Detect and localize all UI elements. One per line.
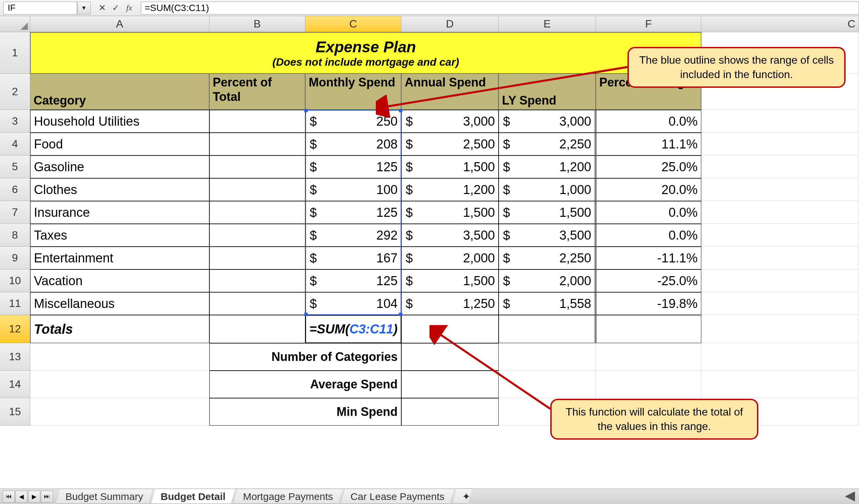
cell-d14[interactable] xyxy=(401,371,499,398)
cell-a10[interactable]: Vacation xyxy=(30,269,209,292)
cell-b4[interactable] xyxy=(209,133,305,156)
row-header-6[interactable]: 6 xyxy=(0,178,30,201)
cell-f12[interactable] xyxy=(596,315,701,343)
header-annual[interactable]: Annual Spend xyxy=(401,74,499,110)
cell-d4[interactable]: $2,500 xyxy=(401,133,499,156)
cell-e14[interactable] xyxy=(499,371,596,398)
cancel-icon[interactable]: ✕ xyxy=(97,2,108,14)
row-header-7[interactable]: 7 xyxy=(0,201,30,224)
cell-d5[interactable]: $1,500 xyxy=(401,156,499,178)
num-categories-label[interactable]: Number of Categories xyxy=(209,343,401,371)
row-header-12[interactable]: 12 xyxy=(0,315,30,343)
hscroll-left-icon[interactable] xyxy=(845,492,855,502)
col-header-f[interactable]: F xyxy=(596,16,701,32)
tab-nav-prev[interactable]: ◀ xyxy=(15,491,28,503)
tab-budget-summary[interactable]: Budget Summary xyxy=(56,489,153,504)
row-header-13[interactable]: 13 xyxy=(0,343,30,371)
cell-g12[interactable] xyxy=(701,315,859,343)
cell-d12[interactable] xyxy=(401,315,499,343)
cell-g14[interactable] xyxy=(701,371,859,398)
cell-g5[interactable] xyxy=(701,156,859,178)
cell-c8[interactable]: $292 xyxy=(305,224,401,247)
row-header-3[interactable]: 3 xyxy=(0,110,30,133)
cell-g10[interactable] xyxy=(701,269,859,292)
title-cell[interactable]: Expense Plan (Does not include mortgage … xyxy=(30,32,701,74)
cell-a15[interactable] xyxy=(30,398,209,426)
totals-label[interactable]: Totals xyxy=(30,315,209,343)
cell-f8[interactable]: 0.0% xyxy=(596,224,701,247)
cell-e5[interactable]: $1,200 xyxy=(499,156,596,178)
cell-d6[interactable]: $1,200 xyxy=(401,178,499,201)
cell-c10[interactable]: $125 xyxy=(305,269,401,292)
cell-a7[interactable]: Insurance xyxy=(30,201,209,224)
cell-b10[interactable] xyxy=(209,269,305,292)
cell-f6[interactable]: 20.0% xyxy=(596,178,701,201)
cell-d15[interactable] xyxy=(401,398,499,426)
cell-d9[interactable]: $2,000 xyxy=(401,247,499,269)
cell-f5[interactable]: 25.0% xyxy=(596,156,701,178)
row-header-8[interactable]: 8 xyxy=(0,224,30,247)
cell-b5[interactable] xyxy=(209,156,305,178)
cell-f3[interactable]: 0.0% xyxy=(596,110,701,133)
cell-b8[interactable] xyxy=(209,224,305,247)
tab-nav-next[interactable]: ▶ xyxy=(28,491,40,503)
cell-f7[interactable]: 0.0% xyxy=(596,201,701,224)
row-header-4[interactable]: 4 xyxy=(0,133,30,156)
cell-g13[interactable] xyxy=(701,343,859,371)
cell-b7[interactable] xyxy=(209,201,305,224)
cell-a3[interactable]: Household Utilities xyxy=(30,110,209,133)
header-monthly[interactable]: Monthly Spend xyxy=(305,74,401,110)
cell-a14[interactable] xyxy=(30,371,209,398)
cell-d3[interactable]: $3,000 xyxy=(401,110,499,133)
header-ly[interactable]: LY Spend xyxy=(499,74,596,110)
cell-d13[interactable] xyxy=(401,343,499,371)
header-percent-total[interactable]: Percent of Total xyxy=(209,74,305,110)
cell-d8[interactable]: $3,500 xyxy=(401,224,499,247)
cell-g7[interactable] xyxy=(701,201,859,224)
cell-a6[interactable]: Clothes xyxy=(30,178,209,201)
cell-f14[interactable] xyxy=(596,371,701,398)
cell-c3[interactable]: $250 xyxy=(305,110,401,133)
cell-d10[interactable]: $1,500 xyxy=(401,269,499,292)
col-header-b[interactable]: B xyxy=(209,16,305,32)
tab-nav-first[interactable]: ⏮ xyxy=(3,491,15,503)
row-header-9[interactable]: 9 xyxy=(0,247,30,269)
tab-budget-detail[interactable]: Budget Detail xyxy=(151,489,235,504)
cell-e11[interactable]: $1,558 xyxy=(499,292,596,315)
tab-car-lease[interactable]: Car Lease Payments xyxy=(341,489,454,504)
cell-g3[interactable] xyxy=(701,110,859,133)
cell-e12[interactable] xyxy=(499,315,596,343)
min-spend-label[interactable]: Min Spend xyxy=(209,398,401,426)
cell-a13[interactable] xyxy=(30,343,209,371)
formula-input[interactable]: =SUM(C3:C11) xyxy=(141,2,859,14)
cell-e10[interactable]: $2,000 xyxy=(499,269,596,292)
cell-d11[interactable]: $1,250 xyxy=(401,292,499,315)
avg-spend-label[interactable]: Average Spend xyxy=(209,371,401,398)
cell-b11[interactable] xyxy=(209,292,305,315)
cell-a5[interactable]: Gasoline xyxy=(30,156,209,178)
row-header-15[interactable]: 15 xyxy=(0,398,30,426)
cell-g4[interactable] xyxy=(701,133,859,156)
cell-f10[interactable]: -25.0% xyxy=(596,269,701,292)
cell-e3[interactable]: $3,000 xyxy=(499,110,596,133)
cell-a11[interactable]: Miscellaneous xyxy=(30,292,209,315)
cell-g6[interactable] xyxy=(701,178,859,201)
header-category[interactable]: Category xyxy=(30,74,209,110)
cell-e4[interactable]: $2,250 xyxy=(499,133,596,156)
row-header-14[interactable]: 14 xyxy=(0,371,30,398)
cell-g9[interactable] xyxy=(701,247,859,269)
cell-g8[interactable] xyxy=(701,224,859,247)
enter-icon[interactable]: ✓ xyxy=(110,2,121,14)
cell-c7[interactable]: $125 xyxy=(305,201,401,224)
cell-e13[interactable] xyxy=(499,343,596,371)
cell-a4[interactable]: Food xyxy=(30,133,209,156)
cell-e7[interactable]: $1,500 xyxy=(499,201,596,224)
cell-c11[interactable]: $104 xyxy=(305,292,401,315)
col-header-g[interactable]: C xyxy=(701,16,859,32)
cell-g11[interactable] xyxy=(701,292,859,315)
tab-new-sheet-icon[interactable]: ✦ xyxy=(452,488,472,504)
row-header-5[interactable]: 5 xyxy=(0,156,30,178)
cell-c9[interactable]: $167 xyxy=(305,247,401,269)
cell-d7[interactable]: $1,500 xyxy=(401,201,499,224)
formula-cell[interactable]: =SUM(C3:C11) xyxy=(305,315,401,343)
